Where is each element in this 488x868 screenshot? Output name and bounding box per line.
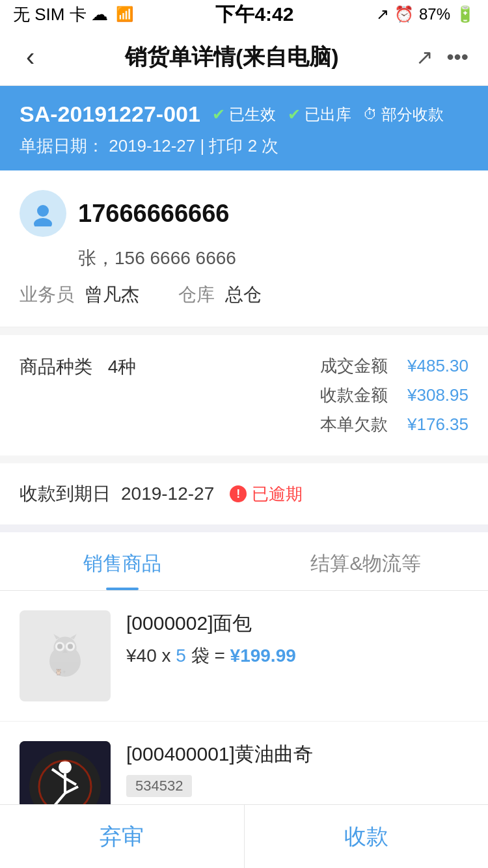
amount-field: 成交金额 ¥485.30 [320, 355, 468, 377]
product-price-row: ¥40 x 5 袋 = ¥199.99 [126, 644, 468, 668]
received-label: 收款金额 [320, 384, 388, 407]
user-avatar-icon [30, 200, 56, 226]
due-value: ¥176.35 [407, 414, 468, 435]
battery-icon: 🔋 [455, 5, 475, 23]
customer-name-phone: 张，156 6666 6666 [20, 246, 468, 271]
status-partial-label: 部分收款 [381, 104, 444, 125]
product-name: [0000002]面包 [126, 610, 468, 637]
svg-text:🦉+: 🦉+ [55, 668, 66, 676]
stats-section: 商品种类 4种 成交金额 ¥485.30 收款金额 ¥308.95 本单欠款 ¥… [0, 327, 488, 463]
avatar [20, 190, 66, 237]
svg-point-6 [57, 644, 62, 649]
svg-point-0 [37, 205, 49, 217]
tab-settlement[interactable]: 结算&物流等 [244, 532, 488, 590]
status-left: 无 SIM 卡 ☁ 📶 [13, 3, 133, 26]
received-field: 收款金额 ¥308.95 [320, 384, 468, 407]
category-label: 商品种类 [20, 357, 92, 377]
svg-point-7 [68, 644, 73, 649]
salesperson-label: 业务员 [20, 284, 74, 305]
status-right: ↗ ⏰ 87% 🔋 [376, 5, 475, 23]
back-button[interactable]: ‹ [20, 36, 41, 78]
order-header-banner: SA-20191227-001 ✔ 已生效 ✔ 已出库 ⏱ 部分收款 单据日期：… [0, 86, 488, 170]
product-info: [0000002]面包 ¥40 x 5 袋 = ¥199.99 [126, 610, 468, 668]
product-sku-badge: 534532 [126, 775, 192, 797]
multiply-symbol: x [162, 645, 176, 666]
equals-symbol: = [214, 645, 230, 666]
order-date: 2019-12-27 [109, 136, 195, 156]
category-value: 4种 [108, 357, 137, 377]
overdue-badge: ! 已逾期 [230, 483, 303, 506]
product-total: ¥199.99 [230, 645, 296, 666]
status-shipped-label: 已出库 [305, 104, 351, 125]
due-section: 收款到期日 2019-12-27 ! 已逾期 [0, 463, 488, 532]
date-label: 单据日期： [20, 136, 104, 156]
status-effective: ✔ 已生效 [212, 104, 276, 125]
page-title: 销货单详情(来自电脑) [80, 42, 383, 72]
tab-products[interactable]: 销售商品 [0, 532, 244, 590]
product-name-2: [000400001]黄油曲奇 [126, 741, 468, 768]
more-icon[interactable]: ••• [446, 45, 468, 69]
status-partial: ⏱ 部分收款 [363, 104, 444, 125]
share-icon[interactable]: ↗︎ [416, 45, 433, 70]
warehouse-value: 总仓 [225, 284, 262, 305]
order-id: SA-20191227-001 [20, 102, 200, 127]
location-icon: ↗ [376, 5, 389, 23]
amount-value: ¥485.30 [407, 356, 468, 376]
stats-right: 成交金额 ¥485.30 收款金额 ¥308.95 本单欠款 ¥176.35 [320, 355, 468, 436]
tabs-section: 销售商品 结算&物流等 [0, 532, 488, 591]
due-field: 本单欠款 ¥176.35 [320, 413, 468, 436]
battery-level: 87% [419, 5, 450, 23]
product-thumbnail: 🦉+ [20, 610, 111, 701]
warehouse-field: 仓库 总仓 [178, 282, 262, 307]
status-effective-label: 已生效 [229, 104, 276, 125]
status-time: 下午4:42 [215, 1, 293, 28]
alarm-icon: ⏰ [394, 5, 414, 23]
product-quantity: 5 [176, 645, 186, 666]
customer-phone: 17666666666 [78, 200, 229, 228]
status-shipped: ✔ 已出库 [288, 104, 351, 125]
salesperson-value: 曾凡杰 [85, 284, 139, 305]
list-item: 🦉+ [0000002]面包 ¥40 x 5 袋 = ¥199.99 [0, 591, 488, 722]
customer-meta: 业务员 曾凡杰 仓库 总仓 [20, 282, 468, 307]
category-field: 商品种类 4种 [20, 355, 136, 379]
print-info: | 打印 2 次 [200, 136, 278, 156]
svg-point-13 [59, 761, 72, 774]
nav-bar: ‹ 销货单详情(来自电脑) ↗︎ ••• [0, 29, 488, 86]
received-value: ¥308.95 [407, 385, 468, 405]
nav-actions: ↗︎ ••• [416, 45, 468, 70]
wifi-icon: 📶 [116, 6, 133, 23]
due-label: 本单欠款 [320, 413, 388, 436]
bottom-bar: 弃审 收款 [0, 804, 488, 868]
checkmark2-icon: ✔ [288, 105, 301, 124]
status-bar: 无 SIM 卡 ☁ 📶 下午4:42 ↗ ⏰ 87% 🔋 [0, 0, 488, 29]
stats-left: 商品种类 4种 [20, 355, 136, 379]
svg-point-1 [34, 218, 52, 226]
warehouse-label: 仓库 [178, 284, 215, 305]
due-date-value: 2019-12-27 [121, 483, 214, 504]
reject-button[interactable]: 弃审 [0, 805, 245, 868]
checkmark-icon: ✔ [212, 105, 225, 124]
amount-label: 成交金额 [320, 355, 388, 377]
owl-icon: 🦉+ [39, 630, 91, 682]
product-unit: 袋 [191, 645, 210, 666]
salesperson-field: 业务员 曾凡杰 [20, 282, 139, 307]
customer-section: 17666666666 张，156 6666 6666 业务员 曾凡杰 仓库 总… [0, 170, 488, 327]
sim-status: 无 SIM 卡 ☁ [13, 3, 108, 26]
collect-button[interactable]: 收款 [245, 805, 489, 868]
clock-icon: ⏱ [363, 106, 377, 123]
overdue-label: 已逾期 [252, 483, 303, 506]
product-price: ¥40 [126, 645, 157, 666]
due-date-label: 收款到期日 [20, 481, 111, 506]
overdue-dot-icon: ! [230, 485, 247, 502]
